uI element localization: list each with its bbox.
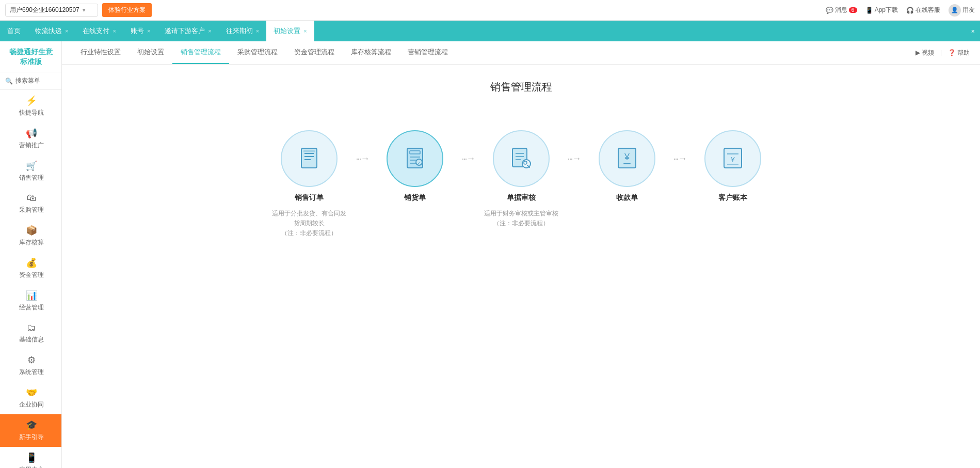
- main-content: 行业特性设置 初始设置 销售管理流程 采购管理流程 资金管理流程 库存核算流程: [62, 41, 980, 468]
- online-service-button[interactable]: 🎧 在线客服: [906, 6, 940, 14]
- sidebar-item-app-center[interactable]: 📱 应用中心: [0, 447, 61, 468]
- app-download-label: App下载: [875, 6, 898, 14]
- sidebar-label-ops-mgmt: 经营管理: [19, 303, 44, 312]
- flow-step-sales-invoice[interactable]: ✓ 销货单: [368, 130, 461, 209]
- video-label: 视频: [922, 49, 934, 57]
- subtab-inventory-flow[interactable]: 库存核算流程: [343, 41, 399, 64]
- subtab-industry[interactable]: 行业特性设置: [72, 41, 129, 64]
- help-button[interactable]: ❓ 帮助: [948, 49, 970, 57]
- nav-item-period[interactable]: 往来期初 ×: [219, 21, 266, 41]
- flow-arrow-2: ···→: [461, 130, 474, 164]
- page-title: 销售管理流程: [83, 80, 959, 94]
- subtab-finance-flow-label: 资金管理流程: [294, 48, 334, 56]
- trial-button[interactable]: 体验行业方案: [102, 3, 152, 17]
- sidebar-item-basic-info[interactable]: 🗂 基础信息: [0, 317, 61, 349]
- subtab-sales-flow[interactable]: 销售管理流程: [172, 41, 229, 64]
- sidebar-item-quick-nav[interactable]: ⚡ 快捷导航: [0, 90, 61, 122]
- nav-label-account: 账号: [131, 26, 144, 36]
- nav-item-invite[interactable]: 邀请下游客户 ×: [157, 21, 218, 41]
- nav-label-init: 初始设置: [274, 26, 300, 36]
- flow-label-sales-order: 销售订单: [295, 193, 324, 202]
- nav-item-account[interactable]: 账号 ×: [123, 21, 157, 41]
- sidebar-label-app-center: 应用中心: [19, 465, 44, 468]
- flow-arrow-3: ···→: [568, 130, 581, 164]
- nav-close-period[interactable]: ×: [256, 28, 259, 34]
- flow-circle-customer-ledger: ¥: [704, 130, 761, 187]
- svg-rect-21: [623, 163, 631, 164]
- ops-mgmt-icon: 📊: [26, 290, 37, 301]
- svg-text:¥: ¥: [624, 152, 630, 162]
- nav-label-period: 往来期初: [226, 26, 253, 36]
- nav-item-logistics[interactable]: 物流快递 ×: [28, 21, 75, 41]
- new-guide-icon: 🎓: [26, 419, 37, 431]
- subtab-finance-flow[interactable]: 资金管理流程: [286, 41, 343, 64]
- nav-close-all-button[interactable]: ×: [971, 27, 975, 35]
- subtab-industry-label: 行业特性设置: [81, 48, 121, 56]
- flow-step-receipt[interactable]: ¥ 收款单: [581, 130, 673, 209]
- nav-close-init[interactable]: ×: [303, 28, 307, 34]
- app-name-line1: 畅捷通好生意: [9, 47, 53, 56]
- sidebar-item-sales-mgmt[interactable]: 🛒 销售管理: [0, 155, 61, 188]
- sidebar-item-inventory[interactable]: 📦 库存核算: [0, 220, 61, 252]
- video-help-button[interactable]: ▶ 视频: [915, 49, 934, 57]
- user-selector[interactable]: 用户690企业1660120507 ▼: [5, 4, 98, 17]
- sidebar-item-finance-mgmt[interactable]: 💰 资金管理: [0, 252, 61, 285]
- sidebar: 畅捷通好生意 标准版 🔍 搜索菜单 ⚡ 快捷导航 📢 营销推广 🛒 销售管理 🛍…: [0, 41, 62, 468]
- sidebar-label-purchase-mgmt: 采购管理: [19, 206, 44, 214]
- sidebar-item-marketing-promo[interactable]: 📢 营销推广: [0, 122, 61, 155]
- inventory-icon: 📦: [26, 225, 37, 236]
- sidebar-search[interactable]: 🔍 搜索菜单: [0, 72, 61, 90]
- user-name-label: 用友: [962, 6, 975, 14]
- flow-step-sales-order[interactable]: 销售订单 适用于分批发货、有合同发货周期较长 （注：非必要流程）: [263, 130, 356, 239]
- flow-step-customer-ledger[interactable]: ¥ 客户账本: [686, 130, 779, 209]
- sidebar-label-sales-mgmt: 销售管理: [19, 174, 44, 182]
- subtab-marketing-flow[interactable]: 营销管理流程: [399, 41, 456, 64]
- sidebar-label-basic-info: 基础信息: [19, 335, 44, 344]
- top-bar-right: 💬 消息 6 📱 App下载 🎧 在线客服 👤 用友: [826, 4, 975, 17]
- user-selector-text: 用户690企业1660120507: [10, 6, 79, 14]
- nav-item-payment[interactable]: 在线支付 ×: [75, 21, 123, 41]
- finance-mgmt-icon: 💰: [26, 257, 37, 269]
- nav-label-home: 首页: [7, 26, 21, 36]
- svg-text:¥: ¥: [730, 155, 735, 164]
- flow-diagram: 销售订单 适用于分批发货、有合同发货周期较长 （注：非必要流程） ···→: [83, 120, 959, 249]
- nav-close-invite[interactable]: ×: [208, 28, 211, 34]
- nav-item-init[interactable]: 初始设置 ×: [266, 21, 314, 41]
- nav-close-logistics[interactable]: ×: [65, 28, 68, 34]
- app-name-line2: 标准版: [9, 57, 53, 66]
- nav-label-invite: 邀请下游客户: [165, 26, 205, 36]
- messages-button[interactable]: 💬 消息 6: [826, 6, 857, 14]
- main-layout: 畅捷通好生意 标准版 🔍 搜索菜单 ⚡ 快捷导航 📢 营销推广 🛒 销售管理 🛍…: [0, 41, 980, 468]
- subtab-init-settings[interactable]: 初始设置: [129, 41, 172, 64]
- sidebar-label-finance-mgmt: 资金管理: [19, 271, 44, 279]
- help-label: 帮助: [957, 49, 970, 57]
- search-icon: 🔍: [5, 77, 13, 85]
- flow-label-sales-invoice: 销货单: [404, 193, 426, 202]
- sidebar-label-enterprise-collab: 企业协同: [19, 400, 44, 409]
- flow-circle-receipt: ¥: [599, 130, 655, 187]
- sidebar-item-enterprise-collab[interactable]: 🤝 企业协同: [0, 382, 61, 414]
- subtab-inventory-flow-label: 库存核算流程: [351, 48, 391, 56]
- nav-item-home[interactable]: 首页: [0, 21, 28, 41]
- user-menu-button[interactable]: 👤 用友: [949, 4, 975, 17]
- nav-close-payment[interactable]: ×: [113, 28, 116, 34]
- app-center-icon: 📱: [26, 452, 37, 463]
- app-download-button[interactable]: 📱 App下载: [865, 6, 898, 14]
- sidebar-item-sys-mgmt[interactable]: ⚙ 系统管理: [0, 349, 61, 382]
- sidebar-item-purchase-mgmt[interactable]: 🛍 采购管理: [0, 188, 61, 220]
- flow-circle-sales-order: [281, 130, 338, 187]
- sub-tabs: 行业特性设置 初始设置 销售管理流程 采购管理流程 资金管理流程 库存核算流程: [62, 41, 980, 65]
- subtab-purchase-flow-label: 采购管理流程: [237, 48, 278, 56]
- sidebar-label-sys-mgmt: 系统管理: [19, 368, 44, 377]
- sidebar-item-new-guide[interactable]: 🎓 新手引导: [0, 414, 61, 447]
- flow-desc-doc-review: 适用于财务审核或主管审核 （注：非必要流程）: [484, 209, 558, 228]
- sidebar-label-marketing-promo: 营销推广: [19, 141, 44, 150]
- flow-step-doc-review[interactable]: 单据审核 适用于财务审核或主管审核 （注：非必要流程）: [475, 130, 568, 228]
- nav-label-payment: 在线支付: [83, 26, 109, 36]
- sales-mgmt-icon: 🛒: [26, 160, 37, 171]
- svg-text:✓: ✓: [417, 161, 421, 165]
- sidebar-item-ops-mgmt[interactable]: 📊 经营管理: [0, 285, 61, 317]
- nav-close-account[interactable]: ×: [147, 28, 150, 34]
- download-icon: 📱: [865, 7, 873, 14]
- subtab-purchase-flow[interactable]: 采购管理流程: [229, 41, 286, 64]
